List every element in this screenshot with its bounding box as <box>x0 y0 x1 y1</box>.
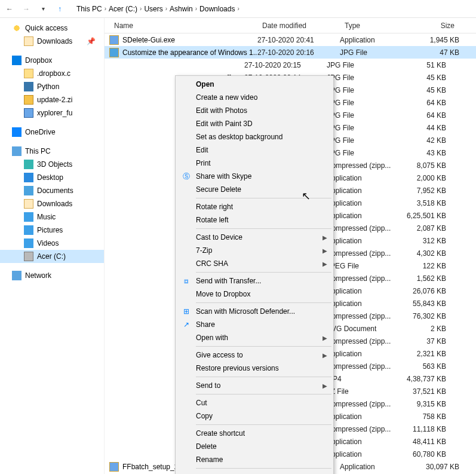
file-list-pane[interactable]: Name Date modified Type Size SDelete-Gui… <box>105 18 476 474</box>
menu-item[interactable]: Print <box>177 157 332 170</box>
music-icon <box>24 212 33 222</box>
file-size: 37,521 KB <box>400 387 446 396</box>
menu-item[interactable]: Edit with Paint 3D <box>177 117 332 130</box>
menu-item[interactable]: Cast to Device▶ <box>177 231 332 244</box>
menu-item[interactable]: Edit with Photos <box>177 104 332 117</box>
menu-item[interactable]: 7-Zip▶ <box>177 244 332 257</box>
file-size: 2,000 KB <box>400 174 446 182</box>
nav-up-icon[interactable]: ↑ <box>53 2 67 16</box>
menu-item[interactable]: Edit <box>177 143 332 157</box>
file-type: Compressed (zipp... <box>327 362 400 371</box>
nav-qa-downloads[interactable]: Downloads📌 <box>0 35 104 48</box>
menu-item[interactable]: Set as desktop background <box>177 130 332 143</box>
menu-item[interactable]: Delete <box>177 440 332 453</box>
menu-item-label: Rename <box>196 455 223 464</box>
nav-update2[interactable]: update-2.zi <box>0 93 104 106</box>
context-menu[interactable]: OpenCreate a new videoEdit with PhotosEd… <box>175 75 334 474</box>
nav-forward-icon[interactable]: → <box>19 2 33 16</box>
nav-back-icon[interactable]: ← <box>2 2 17 16</box>
menu-item[interactable]: Rotate right <box>177 200 332 213</box>
nav-label: .dropbox.c <box>37 69 70 78</box>
menu-item[interactable]: Move to Dropbox <box>177 288 332 301</box>
dropdown-history-icon[interactable]: ▾ <box>36 2 50 16</box>
menu-item[interactable]: ⓈShare with Skype <box>177 170 332 183</box>
file-row[interactable]: Customize the appearance of Windows 1...… <box>105 46 476 59</box>
file-size: 64 KB <box>400 99 446 107</box>
nav-videos[interactable]: Videos <box>0 237 104 250</box>
nav-label: Videos <box>37 239 59 247</box>
file-size: 312 KB <box>400 237 446 245</box>
file-type: MP4 <box>327 375 400 383</box>
file-name: Customize the appearance of Windows 1... <box>122 48 257 57</box>
menu-item-label: Scan with Microsoft Defender... <box>196 307 295 316</box>
menu-item[interactable]: Restore previous versions <box>177 362 332 375</box>
file-size: 563 KB <box>400 362 446 371</box>
nav-documents[interactable]: Documents <box>0 184 104 197</box>
menu-separator <box>196 424 331 425</box>
nav-desktop[interactable]: Desktop <box>0 171 104 184</box>
breadcrumb-segment[interactable]: Downloads <box>197 4 237 14</box>
nav-acer-drive[interactable]: Acer (C:) <box>0 250 104 263</box>
videos-icon <box>24 238 33 248</box>
column-headers[interactable]: Name Date modified Type Size <box>105 18 476 33</box>
nav-dropbox[interactable]: Dropbox <box>0 54 104 67</box>
nav-python[interactable]: Python <box>0 80 104 93</box>
file-size: 42 KB <box>400 136 446 145</box>
file-size: 55,843 KB <box>400 299 446 308</box>
chevron-right-icon[interactable]: › <box>237 5 239 12</box>
col-type[interactable]: Type <box>340 22 413 30</box>
file-size: 30,097 KB <box>413 463 459 471</box>
nav-downloads[interactable]: Downloads <box>0 197 104 210</box>
menu-item[interactable]: Give access to▶ <box>177 348 332 362</box>
col-size[interactable]: Size <box>413 22 459 30</box>
nav-network[interactable]: Network <box>0 269 104 282</box>
file-size: 47 KB <box>413 48 459 57</box>
nav-label: Documents <box>37 186 73 195</box>
nav-thispc[interactable]: This PC <box>0 145 104 158</box>
menu-item[interactable]: Cut <box>177 396 332 409</box>
menu-item[interactable]: Create a new video <box>177 91 332 104</box>
menu-item[interactable]: ↗Share <box>177 318 332 331</box>
file-type: Application <box>340 36 413 44</box>
submenu-arrow-icon: ▶ <box>323 247 327 254</box>
menu-item[interactable]: Open with▶ <box>177 331 332 344</box>
menu-item[interactable]: Properties <box>177 470 332 474</box>
breadcrumb-segment[interactable]: Users <box>142 4 165 14</box>
nav-quick-access[interactable]: Quick access <box>0 22 104 35</box>
file-row[interactable]: 27-10-2020 20:15JPG File51 KB <box>105 59 476 71</box>
menu-item[interactable]: Open <box>177 78 332 91</box>
menu-item[interactable]: Rename <box>177 453 332 466</box>
col-date[interactable]: Date modified <box>257 22 340 30</box>
breadcrumb-segment[interactable]: Ashwin <box>167 4 195 14</box>
menu-item[interactable]: ⧈Send with Transfer... <box>177 274 332 288</box>
nav-label: Acer (C:) <box>37 252 66 261</box>
menu-item[interactable]: ⊞Scan with Microsoft Defender... <box>177 305 332 318</box>
file-size: 43 KB <box>400 149 446 157</box>
file-size: 122 KB <box>400 262 446 270</box>
menu-item[interactable]: Send to▶ <box>177 379 332 392</box>
menu-item[interactable]: Secure Delete <box>177 183 332 196</box>
menu-separator <box>196 377 331 377</box>
nav-dropbox-c[interactable]: .dropbox.c <box>0 67 104 80</box>
menu-item[interactable]: CRC SHA▶ <box>177 257 332 270</box>
file-type: Application <box>340 463 413 471</box>
nav-music[interactable]: Music <box>0 210 104 224</box>
breadcrumb-segment[interactable]: This PC <box>74 4 105 14</box>
navigation-pane[interactable]: Quick access Downloads📌 Dropbox .dropbox… <box>0 18 105 474</box>
nav-pictures[interactable]: Pictures <box>0 224 104 237</box>
menu-item[interactable]: Create shortcut <box>177 427 332 440</box>
nav-xyplorer[interactable]: xyplorer_fu <box>0 106 104 120</box>
file-type: JPEG File <box>327 262 400 270</box>
address-bar[interactable]: ← → ▾ ↑ This PC›Acer (C:)›Users›Ashwin›D… <box>0 0 476 18</box>
menu-item-label: Move to Dropbox <box>196 290 250 298</box>
nav-onedrive[interactable]: OneDrive <box>0 126 104 139</box>
file-size: 64 KB <box>400 111 446 120</box>
file-row[interactable]: SDelete-Gui.exe27-10-2020 20:41Applicati… <box>105 33 476 46</box>
nav-label: update-2.zi <box>37 96 72 104</box>
dropbox-icon <box>12 56 22 65</box>
nav-3dobjects[interactable]: 3D Objects <box>0 158 104 171</box>
menu-item[interactable]: Rotate left <box>177 213 332 227</box>
col-name[interactable]: Name <box>109 22 257 30</box>
breadcrumb-segment[interactable]: Acer (C:) <box>106 4 140 14</box>
menu-item[interactable]: Copy <box>177 409 332 423</box>
